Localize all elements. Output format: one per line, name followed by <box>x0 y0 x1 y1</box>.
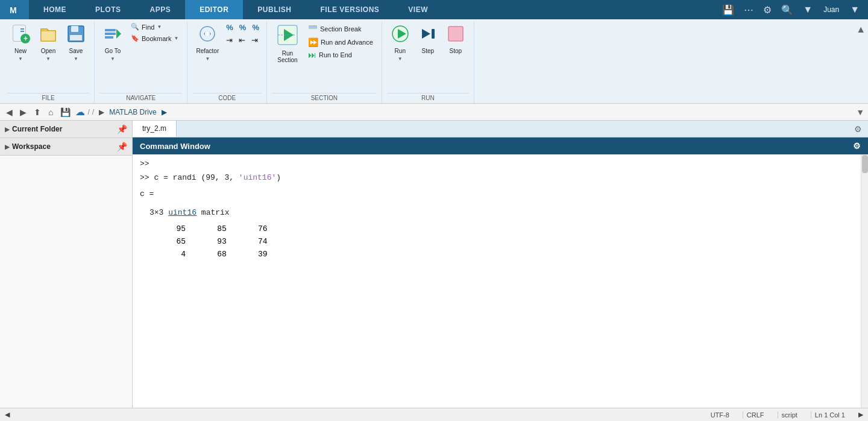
tab-file-versions[interactable]: FILE VERSIONS <box>306 0 394 19</box>
search-icon[interactable]: 🔍 <box>778 3 797 17</box>
open-label: Open <box>41 48 55 55</box>
find-label: Find <box>142 24 154 31</box>
step-button[interactable]: Step <box>415 22 441 57</box>
home-button[interactable]: ⌂ <box>46 106 55 118</box>
open-button[interactable]: Open ▼ <box>35 22 61 64</box>
goto-button[interactable]: Go To ▼ <box>99 22 126 64</box>
path-arrow-left[interactable]: ▶ <box>96 107 107 118</box>
script-type-label: script <box>778 411 801 419</box>
statusbar-right: UTF-8 CRLF script Ln 1 Col 1 ▶ <box>707 411 863 419</box>
run-end-icon: ⏭ <box>308 50 316 60</box>
percent-btn-1[interactable]: % <box>224 22 236 33</box>
ribbon-collapse[interactable]: ▲ <box>856 22 866 103</box>
bookmark-button[interactable]: 🔖 Bookmark ▼ <box>127 33 182 43</box>
statusbar-left-arrow[interactable]: ◀ <box>5 411 10 419</box>
run-to-end-button[interactable]: ⏭ Run to End <box>304 49 377 61</box>
matrix-desc-plain: 3×3 <box>149 208 168 217</box>
save-arrow[interactable]: ▼ <box>74 56 78 62</box>
save-button[interactable]: Save ▼ <box>63 22 89 64</box>
matrix-row-1: 65 93 74 <box>149 237 861 246</box>
tab-publish[interactable]: PUBLISH <box>243 0 306 19</box>
save-icon[interactable]: 💾 <box>719 3 738 17</box>
user-dropdown-icon[interactable]: ▼ <box>846 3 863 16</box>
workspace-pin[interactable]: 📌 <box>117 142 127 151</box>
matlab-logo[interactable]: M <box>0 0 29 19</box>
matrix-type-link[interactable]: uint16 <box>168 208 197 217</box>
command-settings-icon[interactable]: ⚙ <box>853 141 861 151</box>
user-name[interactable]: Juan <box>819 5 844 14</box>
run-end-label: Run to End <box>319 51 352 59</box>
bookmark-arrow[interactable]: ▼ <box>174 36 179 41</box>
workspace-section[interactable]: ▶ Workspace 📌 <box>0 138 132 156</box>
up-button[interactable]: ⬆ <box>31 106 43 118</box>
forward-button[interactable]: ▶ <box>17 106 29 118</box>
refactor-button[interactable]: Refactor ▼ <box>192 22 222 64</box>
matrix-row-2: 4 68 39 <box>149 250 861 259</box>
matrix-desc-line: 3×3 uint16 matrix <box>140 208 861 217</box>
path-item[interactable]: MATLAB Drive <box>109 108 156 116</box>
run-button[interactable]: Run ▼ <box>387 22 414 64</box>
bookmark-icon: 🔖 <box>131 34 139 42</box>
find-button[interactable]: 🔍 Find ▼ <box>127 22 182 32</box>
run-arrow[interactable]: ▼ <box>398 56 403 62</box>
settings-icon[interactable]: ⚙ <box>760 3 775 17</box>
goto-icon <box>103 24 122 46</box>
svg-rect-22 <box>309 28 317 29</box>
output-label-line: c = <box>140 189 861 198</box>
current-folder-pin[interactable]: 📌 <box>117 124 127 134</box>
tab-editor[interactable]: EDITOR <box>185 0 243 19</box>
command-window: Command Window ⚙ >> >> c = randi (99, 3,… <box>133 138 868 408</box>
path-arrow-right[interactable]: ▶ <box>159 107 169 118</box>
indent-btn-1[interactable]: ⇥ <box>224 34 235 46</box>
prompt-2: >> c = randi (99, 3, <box>140 173 239 182</box>
tab-view[interactable]: VIEW <box>394 0 442 19</box>
refactor-arrow[interactable]: ▼ <box>205 56 210 62</box>
separator-2: / <box>92 108 94 116</box>
section-right-buttons: Section Break ⏩ Run and Advance ⏭ Run to… <box>304 22 377 61</box>
command-scrollbar[interactable] <box>861 154 868 408</box>
command-body[interactable]: >> >> c = randi (99, 3, 'uint16') c = 3×… <box>133 154 868 408</box>
addr-dropdown[interactable]: ▼ <box>856 107 864 117</box>
dropdown-icon[interactable]: ▼ <box>799 3 816 16</box>
statusbar-right-arrow[interactable]: ▶ <box>858 411 863 419</box>
more-icon[interactable]: ⋯ <box>740 3 757 17</box>
goto-arrow[interactable]: ▼ <box>110 56 115 62</box>
run-section-button[interactable]: RunSection <box>272 22 303 66</box>
open-arrow[interactable]: ▼ <box>46 56 51 62</box>
ribbon-collapse-icon[interactable]: ▲ <box>856 24 866 35</box>
indent-btn-2[interactable]: ⇤ <box>236 34 248 46</box>
tab-try2m[interactable]: try_2.m <box>133 121 177 137</box>
run-and-advance-button[interactable]: ⏩ Run and Advance <box>304 36 377 48</box>
scrollbar-thumb[interactable] <box>862 155 868 173</box>
command-header: Command Window ⚙ <box>133 138 868 154</box>
tab-plots[interactable]: PLOTS <box>81 0 136 19</box>
run-advance-icon: ⏩ <box>308 37 318 47</box>
back-button[interactable]: ◀ <box>4 106 15 118</box>
run-section-label: RunSection <box>277 50 297 63</box>
new-arrow[interactable]: ▼ <box>18 56 23 62</box>
current-folder-section[interactable]: ▶ Current Folder 📌 <box>0 121 132 138</box>
refactor-label: Refactor <box>196 48 219 55</box>
file-group-content: + New ▼ Open ▼ <box>7 22 89 92</box>
percent-btn-3[interactable]: % <box>250 22 262 33</box>
cell-0-1: 85 <box>190 224 227 233</box>
find-icon: 🔍 <box>131 23 139 31</box>
tab-apps[interactable]: APPS <box>136 0 186 19</box>
addr-dropdown-icon[interactable]: ▼ <box>856 107 864 117</box>
find-arrow[interactable]: ▼ <box>157 24 162 30</box>
percent-btn-2[interactable]: % <box>237 22 249 33</box>
tabbar: try_2.m ⚙ <box>133 121 868 138</box>
tab-home[interactable]: HOME <box>29 0 81 19</box>
section-break-button[interactable]: Section Break <box>304 22 377 36</box>
prompt-1: >> <box>140 159 149 168</box>
cell-2-2: 39 <box>231 250 268 259</box>
addr-save-icon[interactable]: 💾 <box>58 106 73 118</box>
stop-button[interactable]: Stop <box>442 22 469 57</box>
menubar-tabs: HOME PLOTS APPS EDITOR PUBLISH FILE VERS… <box>29 0 442 19</box>
tabbar-settings-icon[interactable]: ⚙ <box>852 123 864 135</box>
main-layout: ▶ Current Folder 📌 ▶ Workspace 📌 try_2.m… <box>0 121 868 408</box>
new-button[interactable]: + New ▼ <box>7 22 34 64</box>
indent-btn-3[interactable]: ⇥ <box>249 34 260 46</box>
cell-2-1: 68 <box>190 250 227 259</box>
svg-rect-27 <box>448 27 463 41</box>
